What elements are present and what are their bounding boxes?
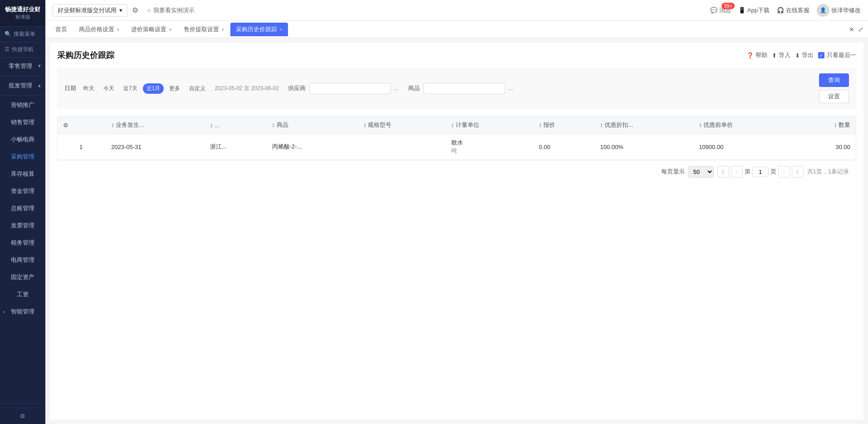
sidebar-retail-label: 零售管理 (4, 62, 37, 70)
sidebar-item-ecommerce[interactable]: 电商管理 (0, 251, 45, 269)
row-settings-cell (58, 134, 74, 160)
supplier-label: 供应商 (288, 84, 306, 92)
sidebar-item-purchase[interactable]: 采购管理 (0, 148, 45, 165)
sidebar: 畅捷通好业财 标准版 🔍 搜索菜单 ☰ 快捷导航 零售管理 ▼ 批发管理 ▲ 营… (0, 0, 45, 424)
date-btn-last1month[interactable]: 近1月 (143, 83, 164, 94)
col-unit[interactable]: ↕ 计量单位 (446, 116, 533, 134)
tab-price-close[interactable]: × (117, 27, 119, 32)
message-btn[interactable]: 💬 消息 99+ (710, 6, 731, 14)
page-first-btn[interactable]: ⟪ (717, 166, 729, 178)
date-btn-yesterday[interactable]: 昨天 (80, 83, 98, 94)
tab-purchase-history[interactable]: 采购历史价跟踪 × (230, 23, 288, 36)
help-btn[interactable]: ❓ 帮助 (746, 51, 767, 59)
supplier-more-btn[interactable]: ... (395, 85, 399, 92)
page-last-btn[interactable]: ⟫ (792, 166, 804, 178)
tab-purchase-strategy-close[interactable]: × (169, 27, 171, 32)
sidebar-item-smart[interactable]: 智能管理 (0, 303, 45, 320)
tab-price[interactable]: 商品价格设置 × (73, 23, 125, 36)
sidebar-item-inventory[interactable]: 库存核算 (0, 165, 45, 183)
col-biz-date[interactable]: ↕ 业务发生... (106, 116, 205, 134)
sidebar-item-assets[interactable]: 固定资产 (0, 269, 45, 286)
col-unit-label: ↕ 计量单位 (451, 121, 479, 128)
query-btn[interactable]: 查询 (819, 73, 849, 87)
tab-home[interactable]: 首页 (50, 23, 73, 36)
sidebar-item-marketing[interactable]: 营销推广 (0, 96, 45, 114)
sidebar-sales-label: 销售管理 (4, 118, 42, 126)
sidebar-wholesale-label: 批发管理 (4, 82, 37, 90)
topbar-settings-btn[interactable]: ⚙ (132, 6, 138, 14)
page-prev-btn[interactable]: ‹ (731, 166, 743, 178)
page-input[interactable] (752, 167, 769, 177)
sidebar-search[interactable]: 🔍 搜索菜单 (0, 27, 45, 42)
tab-sale-price-close[interactable]: × (221, 27, 224, 32)
date-btn-today[interactable]: 今天 (100, 83, 118, 94)
page-header: 采购历史价跟踪 ❓ 帮助 ⬆ 导入 ⬇ 导出 ✓ (57, 50, 856, 61)
filter-area: 日期 昨天 今天 近7天 近1月 更多 自定义 2023-05-02 至 202… (57, 68, 856, 109)
sidebar-item-invoice[interactable]: 发票管理 (0, 217, 45, 234)
row-goods: 丙烯酸-2-... (267, 134, 358, 160)
goods-input[interactable] (424, 83, 505, 94)
col-goods[interactable]: ↕ 商品 (267, 116, 358, 134)
col-settings[interactable]: ⚙ (58, 116, 74, 134)
page-next-btn[interactable]: › (778, 166, 790, 178)
page-total: 共1页，1条记录 (807, 168, 849, 176)
row-discount: 100.00% (595, 134, 693, 160)
sidebar-logo: 畅捷通好业财 标准版 (0, 0, 45, 27)
app-download-btn[interactable]: 📱 App下载 (738, 6, 770, 14)
topbar: 好业财标准版交付试用 ▾ ⚙ ○ 我要看实例演示 💬 消息 99+ 📱 App下… (45, 0, 868, 21)
sidebar-item-sales[interactable]: 销售管理 (0, 114, 45, 131)
sidebar-item-payroll[interactable]: 工资 (0, 286, 45, 303)
goods-more-btn[interactable]: ... (509, 85, 513, 92)
logo-subtitle: 标准版 (4, 14, 42, 20)
sidebar-item-finance[interactable]: 资金管理 (0, 183, 45, 200)
tab-sale-price[interactable]: 售价提取设置 × (178, 23, 229, 36)
user-btn[interactable]: 👤 徐泽华修改 (817, 4, 861, 17)
date-btn-custom[interactable]: 自定义 (185, 83, 209, 94)
filter-settings-btn[interactable]: 设置 (819, 90, 849, 103)
col-qty[interactable]: ↕ 数量 (795, 116, 856, 134)
page-title: 采购历史价跟踪 (57, 50, 114, 61)
col-quote-label: ↕ 报价 (539, 121, 555, 128)
sidebar-invoice-label: 发票管理 (4, 222, 42, 230)
per-page-label: 每页显示 (661, 168, 685, 176)
sidebar-payroll-label: 工资 (4, 290, 42, 299)
sidebar-settings-btn[interactable]: ⚙ (0, 408, 45, 424)
col-discount[interactable]: ↕ 优惠折扣... (595, 116, 693, 134)
retail-arrow: ▼ (37, 63, 42, 68)
supplier-input[interactable] (309, 83, 391, 94)
demo-btn[interactable]: ○ 我要看实例演示 (147, 6, 195, 14)
row-qty: 30.00 (795, 134, 856, 160)
col-quote[interactable]: ↕ 报价 (533, 116, 595, 134)
sidebar-item-ecommerce-small[interactable]: 小畅电商 (0, 131, 45, 148)
version-selector[interactable]: 好业财标准版交付试用 ▾ (53, 4, 127, 17)
tab-actions: ✕ ⤢ (849, 26, 863, 33)
tab-expand-btn[interactable]: ⤢ (858, 26, 863, 33)
tab-purchase-strategy[interactable]: 进价策略设置 × (126, 23, 177, 36)
col-spec-label: ↕ 规格型号 (363, 121, 391, 128)
sidebar-item-accounting[interactable]: 总账管理 (0, 200, 45, 217)
checkbox-icon: ✓ (818, 52, 824, 58)
help-icon: ❓ (746, 52, 754, 59)
tab-purchase-history-close[interactable]: × (279, 27, 282, 32)
sidebar-quick-nav[interactable]: ☰ 快捷导航 (0, 42, 45, 58)
tab-close-btn[interactable]: ✕ (849, 26, 854, 33)
col-more[interactable]: ↕ ... (205, 116, 267, 134)
import-btn[interactable]: ⬆ 导入 (772, 51, 790, 59)
row-index: 1 (74, 134, 106, 160)
sidebar-item-wholesale[interactable]: 批发管理 ▲ (0, 77, 45, 94)
date-btn-more[interactable]: 更多 (166, 83, 184, 94)
per-page-select[interactable]: 20 50 100 (688, 166, 714, 178)
date-btn-last7[interactable]: 近7天 (120, 83, 141, 94)
col-pre-discount-price[interactable]: ↕ 优惠前单价 (693, 116, 795, 134)
only-last-checkbox[interactable]: ✓ 只看最后一 (818, 51, 856, 59)
supplier-filter-group: 供应商 ... (288, 83, 399, 94)
col-spec[interactable]: ↕ 规格型号 (358, 116, 445, 134)
topbar-right: 💬 消息 99+ 📱 App下载 🎧 在线客服 👤 徐泽华修改 (710, 4, 861, 17)
online-service-btn[interactable]: 🎧 在线客服 (777, 6, 809, 14)
tab-home-label: 首页 (55, 25, 67, 34)
sidebar-search-label: 搜索菜单 (14, 30, 35, 38)
export-btn[interactable]: ⬇ 导出 (795, 51, 814, 59)
sidebar-item-tax[interactable]: 税务管理 (0, 234, 45, 251)
sidebar-item-retail[interactable]: 零售管理 ▼ (0, 58, 45, 75)
date-options: 昨天 今天 近7天 近1月 更多 自定义 (80, 83, 209, 94)
